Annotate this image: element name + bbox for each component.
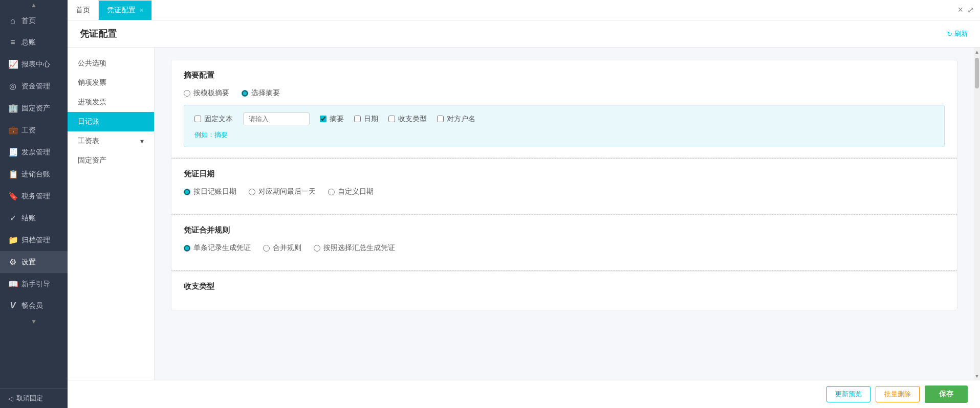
summary-radio-template-input[interactable] xyxy=(184,90,190,97)
sidebar-item-ledger[interactable]: ≡ 总账 xyxy=(0,32,68,53)
batch-delete-button[interactable]: 批量删除 xyxy=(876,386,920,402)
left-nav-journal[interactable]: 日记账 xyxy=(68,112,154,131)
body-layout: 公共选项 销项发票 进项发票 日记账 工资表 ▾ 固定资产 xyxy=(68,48,980,380)
voucher-date-radio3-input[interactable] xyxy=(328,189,335,195)
scroll-thumb[interactable] xyxy=(975,58,979,88)
sidebar-item-guide[interactable]: 📖 新手引导 xyxy=(0,273,68,295)
checkbox-summary[interactable]: 摘要 xyxy=(320,115,344,124)
checkbox-fixed-text[interactable]: 固定文本 xyxy=(194,115,233,124)
example-value: 摘要 xyxy=(214,131,228,139)
checkbox-income-type[interactable]: 收支类型 xyxy=(388,115,427,124)
voucher-date-radio3-label: 自定义日期 xyxy=(338,187,374,196)
sidebar-scroll-up[interactable]: ▲ xyxy=(0,0,68,10)
chevron-down-icon: ▾ xyxy=(140,137,144,145)
fixed-text-input[interactable] xyxy=(243,112,310,125)
merge-rules-radio1[interactable]: 单条记录生成凭证 xyxy=(184,243,251,253)
voucher-date-section: 凭证日期 按日记账日期 对应期间最后一天 xyxy=(171,158,957,214)
summary-section: 摘要配置 按模板摘要 选择摘要 xyxy=(171,60,957,158)
merge-rules-radio2[interactable]: 合并规则 xyxy=(263,243,301,253)
sidebar-item-funds[interactable]: ◎ 资金管理 xyxy=(0,75,68,97)
example-prefix: 例如： xyxy=(194,131,214,139)
invoice-mgmt-icon: 🧾 xyxy=(8,147,17,157)
update-preview-button[interactable]: 更新预览 xyxy=(826,386,870,402)
merge-rules-radio3[interactable]: 按照选择汇总生成凭证 xyxy=(314,243,395,253)
merge-rules-radio1-input[interactable] xyxy=(184,245,190,252)
page-title: 凭证配置 xyxy=(80,28,117,40)
sidebar-item-purchase-sales[interactable]: 📋 进销台账 xyxy=(0,163,68,185)
checkbox-summary-input[interactable] xyxy=(320,116,326,122)
tab-voucher-config[interactable]: 凭证配置 × xyxy=(99,1,152,20)
sidebar-item-reports[interactable]: 📈 报表中心 xyxy=(0,53,68,75)
sidebar-item-label: 发票管理 xyxy=(21,148,50,157)
summary-radio-select-input[interactable] xyxy=(242,90,248,97)
voucher-date-radio2[interactable]: 对应期间最后一天 xyxy=(249,187,316,196)
left-nav-sales-invoice[interactable]: 销项发票 xyxy=(68,73,154,93)
sidebar-item-tax-mgmt[interactable]: 🔖 税务管理 xyxy=(0,185,68,207)
bottom-bar: 更新预览 批量删除 保存 xyxy=(68,380,980,408)
sidebar-item-fixed-assets[interactable]: 🏢 固定资产 xyxy=(0,97,68,119)
checkbox-date-label: 日期 xyxy=(364,115,378,124)
scroll-up-arrow[interactable]: ▲ xyxy=(974,48,980,56)
scroll-down-arrow[interactable]: ▼ xyxy=(974,372,980,380)
sidebar-item-salary[interactable]: 💼 工资 xyxy=(0,119,68,141)
tab-home[interactable]: 首页 xyxy=(68,1,99,20)
voucher-date-radio3[interactable]: 自定义日期 xyxy=(328,187,374,196)
sidebar-item-label: 税务管理 xyxy=(21,192,50,201)
left-nav-purchase-invoice[interactable]: 进项发票 xyxy=(68,93,154,112)
home-icon: ⌂ xyxy=(8,16,17,26)
sidebar-item-home[interactable]: ⌂ 首页 xyxy=(0,10,68,32)
voucher-date-radio1-label: 按日记账日期 xyxy=(193,187,236,196)
window-resize-icon[interactable]: ⤢ xyxy=(967,5,974,15)
income-type-section: 收支类型 xyxy=(171,271,957,310)
sidebar-item-label: 进销台账 xyxy=(21,170,50,179)
window-close-icon[interactable]: × xyxy=(957,5,963,15)
page-header: 凭证配置 ↻ 刷新 xyxy=(68,20,980,48)
tax-mgmt-icon: 🔖 xyxy=(8,191,17,201)
left-nav-public[interactable]: 公共选项 xyxy=(68,54,154,73)
left-nav-payroll[interactable]: 工资表 ▾ xyxy=(68,131,154,151)
sidebar-item-label: 首页 xyxy=(21,16,36,26)
merge-rules-radio3-input[interactable] xyxy=(314,245,320,252)
refresh-button[interactable]: ↻ 刷新 xyxy=(947,29,968,38)
save-button[interactable]: 保存 xyxy=(925,386,968,403)
tab-home-label: 首页 xyxy=(76,6,90,15)
sidebar-item-member[interactable]: V 畅会员 xyxy=(0,295,68,316)
summary-options: 固定文本 摘要 日期 xyxy=(194,112,934,125)
voucher-date-radio2-input[interactable] xyxy=(249,189,255,195)
sidebar-item-settings[interactable]: ⚙ 设置 xyxy=(0,251,68,273)
settings-icon: ⚙ xyxy=(8,257,17,267)
summary-radio-template-label: 按模板摘要 xyxy=(193,88,229,98)
sidebar-item-archive[interactable]: 📁 归档管理 xyxy=(0,229,68,251)
merge-rules-radio2-input[interactable] xyxy=(263,245,270,252)
left-nav-journal-label: 日记账 xyxy=(78,117,99,126)
left-nav-fixed-asset[interactable]: 固定资产 xyxy=(68,151,154,170)
voucher-date-radio1[interactable]: 按日记账日期 xyxy=(184,187,236,196)
tab-close-icon[interactable]: × xyxy=(140,7,143,14)
sidebar-item-label: 报表中心 xyxy=(21,60,50,69)
left-nav-public-label: 公共选项 xyxy=(78,59,106,68)
right-content: 摘要配置 按模板摘要 选择摘要 xyxy=(155,48,974,380)
summary-radio-select[interactable]: 选择摘要 xyxy=(242,88,280,98)
checkbox-date[interactable]: 日期 xyxy=(354,115,378,124)
left-nav-fixed-asset-label: 固定资产 xyxy=(78,156,106,165)
sidebar-item-label: 新手引导 xyxy=(21,280,50,289)
content-area: 凭证配置 ↻ 刷新 公共选项 销项发票 进项发票 日记账 xyxy=(68,20,980,408)
checkbox-income-type-input[interactable] xyxy=(388,116,395,122)
sidebar-item-invoice-mgmt[interactable]: 🧾 发票管理 xyxy=(0,141,68,163)
merge-rules-section: 凭证合并规则 单条记录生成凭证 合并规则 xyxy=(171,215,957,270)
sidebar-item-settlement[interactable]: ✓ 结账 xyxy=(0,207,68,229)
guide-icon: 📖 xyxy=(8,279,17,289)
outer-scrollbar[interactable]: ▲ ▼ xyxy=(974,48,980,380)
archive-icon: 📁 xyxy=(8,235,17,245)
sidebar-unpin-button[interactable]: ◁ 取消固定 xyxy=(0,388,68,408)
summary-radio-template[interactable]: 按模板摘要 xyxy=(184,88,229,98)
sidebar-scroll-down[interactable]: ▼ xyxy=(0,316,68,327)
voucher-date-radio1-input[interactable] xyxy=(184,189,190,195)
sidebar-item-label: 资金管理 xyxy=(21,82,50,91)
checkbox-date-input[interactable] xyxy=(354,116,361,122)
checkbox-counterpart-input[interactable] xyxy=(437,116,444,122)
voucher-date-radio2-label: 对应期间最后一天 xyxy=(258,187,316,196)
checkbox-fixed-text-input[interactable] xyxy=(194,116,201,122)
checkbox-counterpart[interactable]: 对方户名 xyxy=(437,115,475,124)
left-nav-purchase-invoice-label: 进项发票 xyxy=(78,98,106,107)
